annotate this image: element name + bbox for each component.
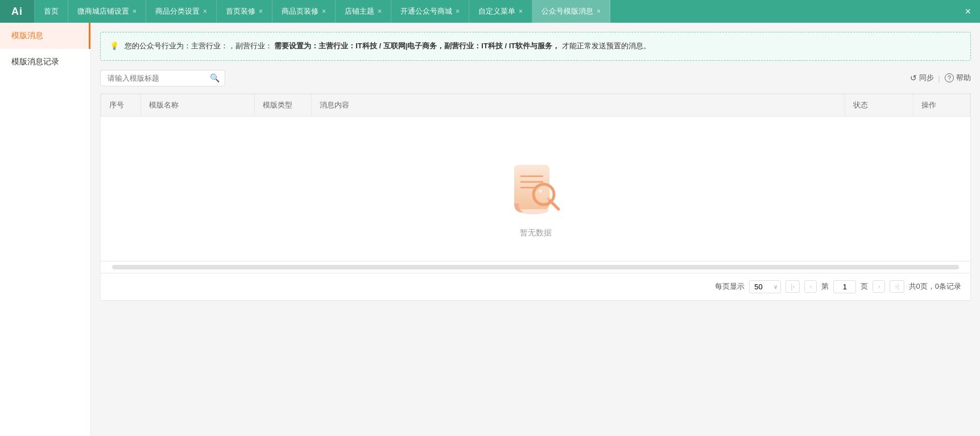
sync-button[interactable]: ↺ 同步 <box>910 73 934 83</box>
col-name: 模版名称 <box>141 94 255 116</box>
sidebar-item-template-record-label: 模版消息记录 <box>11 57 59 66</box>
empty-icon <box>502 151 570 219</box>
page-post-label: 页 <box>861 281 868 292</box>
horizontal-scrollbar[interactable] <box>112 265 959 269</box>
page-size-select-wrap: 50 10 20 100 <box>749 280 781 293</box>
tab-weishop[interactable]: 微商城店铺设置 × <box>68 0 146 23</box>
sync-label: 同步 <box>919 73 934 83</box>
tab-category-label: 商品分类设置 <box>155 6 200 16</box>
first-page-button[interactable]: |‹ <box>785 280 800 293</box>
tab-home-label: 首页 <box>44 6 59 16</box>
empty-text: 暂无数据 <box>101 228 970 238</box>
tab-custommenu-label: 自定义菜单 <box>478 6 515 16</box>
col-seq: 序号 <box>101 94 141 116</box>
data-table: 序号 模版名称 模版类型 消息内容 状态 操作 <box>101 94 970 117</box>
close-all-button[interactable]: × <box>956 0 980 23</box>
tab-theme-close[interactable]: × <box>378 7 382 15</box>
sidebar-item-template-msg-label: 模版消息 <box>11 31 43 40</box>
table-header-row: 序号 模版名称 模版类型 消息内容 状态 操作 <box>101 94 970 116</box>
help-label: 帮助 <box>956 73 971 83</box>
tab-homepage-label: 首页装修 <box>226 6 255 16</box>
notice-icon: 💡 <box>110 41 119 50</box>
tab-theme[interactable]: 店铺主题 × <box>336 0 391 23</box>
tab-homepage-close[interactable]: × <box>259 7 263 15</box>
sidebar-item-template-msg[interactable]: 模版消息 <box>0 23 90 49</box>
notice-text-suffix: 才能正常发送预置的消息。 <box>562 41 651 50</box>
tab-homepage[interactable]: 首页装修 × <box>217 0 272 23</box>
notice-text-prefix: 您的公众号行业为：主营行业：，副营行业： <box>125 41 272 50</box>
scroll-bar-wrap <box>101 261 970 273</box>
logo-text: Ai <box>11 6 23 18</box>
col-status: 状态 <box>845 94 913 116</box>
page-size-label: 每页显示 <box>715 281 745 292</box>
search-bar: 🔍 ↺ 同步 | ? 帮助 <box>100 70 971 86</box>
tab-product-label: 商品页装修 <box>282 6 319 16</box>
tab-category[interactable]: 商品分类设置 × <box>146 0 217 23</box>
tab-templatemsg[interactable]: 公众号模版消息 × <box>532 0 610 23</box>
search-input[interactable] <box>100 70 225 86</box>
tab-wechat-close[interactable]: × <box>456 7 460 15</box>
next-page-button[interactable]: › <box>873 280 885 293</box>
tab-templatemsg-close[interactable]: × <box>597 7 601 15</box>
col-action: 操作 <box>913 94 970 116</box>
pagination: 每页显示 50 10 20 100 |‹ ‹ 第 页 › ›| 共0页，0条记录 <box>101 273 970 300</box>
tab-wechat-label: 开通公众号商城 <box>400 6 452 16</box>
tab-bar: Ai 首页 微商城店铺设置 × 商品分类设置 × 首页装修 × 商品页装修 × … <box>0 0 980 23</box>
content-area: 💡 您的公众号行业为：主营行业：，副营行业： 需要设置为：主营行业：IT科技 /… <box>91 23 980 436</box>
tab-custommenu-close[interactable]: × <box>519 7 523 15</box>
last-page-button[interactable]: ›| <box>890 280 904 293</box>
notice-box: 💡 您的公众号行业为：主营行业：，副营行业： 需要设置为：主营行业：IT科技 /… <box>100 32 971 61</box>
search-input-wrap: 🔍 <box>100 70 225 86</box>
tab-theme-label: 店铺主题 <box>345 6 374 16</box>
svg-point-9 <box>539 189 542 193</box>
logo-tab: Ai <box>0 0 35 23</box>
table-container: 序号 模版名称 模版类型 消息内容 状态 操作 <box>100 93 971 301</box>
sidebar: 模版消息 模版消息记录 <box>0 23 91 436</box>
tab-wechat[interactable]: 开通公众号商城 × <box>391 0 469 23</box>
tab-product[interactable]: 商品页装修 × <box>272 0 336 23</box>
tab-templatemsg-label: 公众号模版消息 <box>541 6 593 16</box>
total-info: 共0页，0条记录 <box>909 281 961 292</box>
tab-custommenu[interactable]: 自定义菜单 × <box>469 0 532 23</box>
sidebar-item-template-record[interactable]: 模版消息记录 <box>0 49 90 75</box>
help-icon: ? <box>945 73 954 82</box>
toolbar-right: ↺ 同步 | ? 帮助 <box>910 73 971 83</box>
tab-product-close[interactable]: × <box>322 7 326 15</box>
sync-icon: ↺ <box>910 73 917 82</box>
search-icon[interactable]: 🔍 <box>210 73 220 82</box>
empty-state: 暂无数据 <box>101 117 970 261</box>
help-button[interactable]: ? 帮助 <box>945 73 971 83</box>
page-input[interactable] <box>833 280 856 293</box>
toolbar-divider: | <box>938 74 940 82</box>
notice-text-highlight: 需要设置为：主营行业：IT科技 / 互联网|电子商务，副营行业：IT科技 / I… <box>274 41 560 50</box>
tab-weishop-label: 微商城店铺设置 <box>77 6 129 16</box>
prev-page-button[interactable]: ‹ <box>804 280 817 293</box>
page-size-select[interactable]: 50 10 20 100 <box>749 280 781 293</box>
col-type: 模版类型 <box>255 94 312 116</box>
tab-weishop-close[interactable]: × <box>133 7 137 15</box>
col-content: 消息内容 <box>312 94 845 116</box>
tab-home[interactable]: 首页 <box>35 0 68 23</box>
tab-category-close[interactable]: × <box>203 7 207 15</box>
main-layout: 模版消息 模版消息记录 💡 您的公众号行业为：主营行业：，副营行业： 需要设置为… <box>0 23 980 436</box>
page-pre-label: 第 <box>821 281 829 292</box>
svg-point-8 <box>536 186 552 202</box>
